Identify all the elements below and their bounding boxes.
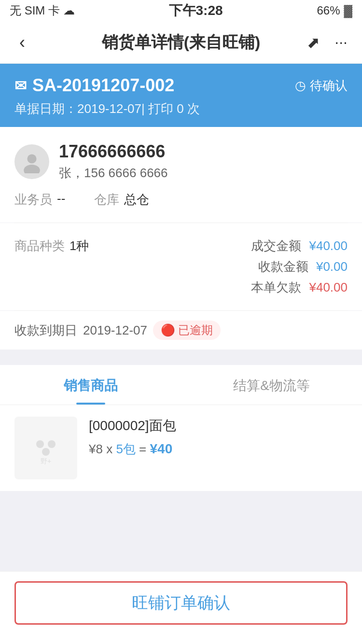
customer-meta: 业务员 -- 仓库 总仓	[14, 191, 348, 208]
overdue-text: 已逾期	[178, 322, 213, 338]
status-clock-icon: ◷	[295, 78, 306, 93]
svg-point-4	[42, 448, 50, 456]
product-thumbnail: 野+	[14, 417, 77, 479]
amount-value-1: ¥0.00	[316, 259, 348, 274]
customer-phone: 17666666666	[59, 141, 168, 162]
nav-bar: ‹ 销货单详情(来自旺铺) ⬈ ···	[0, 21, 362, 64]
sales-person: 业务员 --	[14, 191, 65, 208]
amount-value-0: ¥40.00	[309, 238, 348, 253]
more-icon[interactable]: ···	[334, 33, 348, 51]
status-right: 66% ▓	[317, 4, 352, 17]
svg-text:野+: 野+	[41, 457, 51, 465]
customer-section: 17666666666 张，156 6666 6666 业务员 -- 仓库 总仓	[0, 127, 362, 223]
order-id: ✉ SA-20191207-002	[14, 75, 174, 96]
product-type-value: 1种	[70, 238, 89, 254]
order-status: ◷ 待确认	[295, 77, 348, 94]
customer-row: 17666666666 张，156 6666 6666	[14, 141, 348, 182]
order-date: 单据日期：2019-12-07| 打印 0 次	[14, 100, 348, 117]
product-total: ¥40	[150, 441, 172, 456]
svg-point-3	[48, 440, 56, 448]
amount-item-2: 本单欠款 ¥40.00	[251, 279, 348, 296]
amount-value-2: ¥40.00	[309, 280, 348, 295]
product-qty: 5包	[116, 442, 135, 456]
section-divider	[0, 350, 362, 357]
amount-item-0: 成交金额 ¥40.00	[251, 238, 348, 254]
due-date-value: 2019-12-07	[83, 323, 147, 338]
sales-label: 业务员	[14, 191, 52, 208]
product-name-0: [0000002]面包	[89, 417, 348, 435]
overdue-icon: 🔴	[161, 323, 175, 337]
svg-point-2	[36, 440, 44, 448]
product-type-row: 商品种类 1种	[14, 238, 89, 254]
confirm-order-button[interactable]: 旺铺订单确认	[14, 581, 348, 625]
summary-left: 商品种类 1种	[14, 238, 89, 254]
tab-products[interactable]: 销售商品	[0, 365, 181, 405]
product-type-label: 商品种类	[14, 238, 65, 254]
overdue-badge: 🔴 已逾期	[153, 321, 221, 340]
product-item-0: 野+ [0000002]面包 ¥8 x 5包 = ¥40	[14, 417, 348, 479]
order-header: ✉ SA-20191207-002 ◷ 待确认 单据日期：2019-12-07|…	[0, 64, 362, 127]
customer-info: 17666666666 张，156 6666 6666	[59, 141, 168, 182]
battery-icon: ▓	[344, 4, 352, 17]
order-icon: ✉	[14, 77, 27, 94]
product-info-0: [0000002]面包 ¥8 x 5包 = ¥40	[89, 417, 348, 458]
sales-value: --	[57, 191, 65, 208]
avatar	[14, 144, 49, 179]
svg-point-1	[24, 165, 40, 173]
summary-right: 成交金额 ¥40.00 收款金额 ¥0.00 本单欠款 ¥40.00	[251, 238, 348, 296]
page-title: 销货单详情(来自旺铺)	[102, 31, 261, 54]
warehouse: 仓库 总仓	[94, 191, 149, 208]
warehouse-label: 仓库	[94, 191, 119, 208]
bottom-bar: 旺铺订单确认	[0, 571, 362, 644]
product-price-0: ¥8 x 5包 = ¥40	[89, 441, 348, 458]
status-left: 无 SIM 卡 ☁	[10, 3, 75, 18]
status-text: 待确认	[310, 77, 348, 94]
amount-label-0: 成交金额	[251, 238, 301, 254]
status-bar: 无 SIM 卡 ☁ 下午3:28 66% ▓	[0, 0, 362, 21]
warehouse-value: 总仓	[124, 191, 149, 208]
battery-level: 66%	[317, 4, 340, 17]
due-section: 收款到期日 2019-12-07 🔴 已逾期	[0, 311, 362, 350]
back-button[interactable]: ‹	[14, 28, 30, 57]
tab-settlement[interactable]: 结算&物流等	[181, 365, 362, 405]
product-section: 野+ [0000002]面包 ¥8 x 5包 = ¥40	[0, 405, 362, 491]
sim-status: 无 SIM 卡 ☁	[10, 3, 75, 18]
share-icon[interactable]: ⬈	[307, 33, 320, 52]
status-time: 下午3:28	[169, 1, 223, 20]
amount-label-2: 本单欠款	[251, 279, 301, 296]
nav-actions: ⬈ ···	[307, 33, 348, 52]
amount-item-1: 收款金额 ¥0.00	[251, 258, 348, 275]
order-id-row: ✉ SA-20191207-002 ◷ 待确认	[14, 75, 348, 96]
amount-label-1: 收款金额	[258, 258, 308, 275]
summary-section: 商品种类 1种 成交金额 ¥40.00 收款金额 ¥0.00 本单欠款 ¥40.…	[0, 223, 362, 310]
customer-name: 张，156 6666 6666	[59, 165, 168, 182]
due-date-label: 收款到期日	[14, 322, 77, 339]
svg-point-0	[27, 154, 36, 163]
tabs-section: 销售商品 结算&物流等	[0, 365, 362, 405]
